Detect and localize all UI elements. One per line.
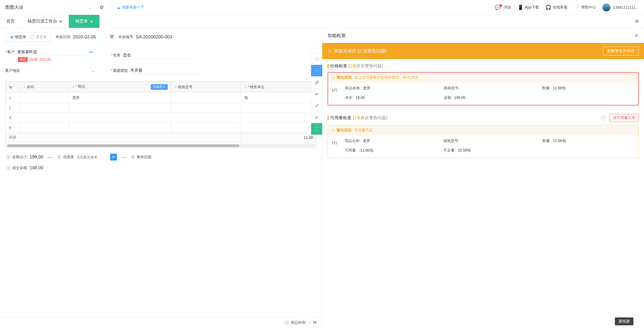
close-icon[interactable]: ✕ xyxy=(59,19,62,24)
app-download-link[interactable]: 📱 App下载 xyxy=(518,5,539,10)
radio-checked-icon xyxy=(10,35,13,39)
warehouse-input[interactable] xyxy=(123,52,192,59)
messages-link[interactable]: 💬 消息 xyxy=(495,5,511,10)
coupon-input[interactable] xyxy=(77,155,108,159)
rail-chart-icon[interactable]: 〰 xyxy=(311,65,322,77)
footer-bar: ⊙ 商品种类: 1 种 xyxy=(0,317,322,328)
rail-person-icon[interactable]: ☍ xyxy=(311,100,322,112)
order-header-row: 销货单 退货单 单据日期 📅 单据编号 SA-20200205-003 xyxy=(0,28,322,44)
avatar[interactable] xyxy=(602,3,610,11)
help-icon[interactable]: ? xyxy=(601,115,606,121)
customer-field: *客户 ••• 现结 应收: 231.00 xyxy=(5,49,95,62)
col-unit[interactable]: ⇅*销售单位 xyxy=(241,82,316,93)
warning-banner: ⚠ 单据未保存 [2 项警告问题] 忽略警告并保存 xyxy=(322,43,644,59)
invoice-field: *票据类型 xyxy=(111,67,201,74)
yen-icon: ¥ xyxy=(6,155,11,159)
settle-badge: 现结 xyxy=(18,57,28,62)
scan-input-button[interactable]: 扫码录入 xyxy=(151,84,168,90)
rail-link-icon[interactable]: 🔗 xyxy=(311,77,322,88)
refresh-icon[interactable]: ⟳ xyxy=(110,154,117,161)
trash-button[interactable]: 废纸篓 xyxy=(615,317,633,325)
sort-icon: ⇅ xyxy=(174,86,177,89)
coupon-icon: 券 xyxy=(57,155,61,159)
company-selector[interactable]: 图图大业 ⌄ xyxy=(5,4,92,10)
gear-icon: ⚙ xyxy=(9,85,12,89)
close-all-icon[interactable]: ✕ xyxy=(634,18,639,25)
avail-warning-card: ⚠警告原因:可用量不足 1行 商品名称:龙井 规格型号: 数量:11.00包 可… xyxy=(328,125,639,158)
col-barcode[interactable]: ⇅条码 xyxy=(20,82,69,93)
gear-icon[interactable]: ⚙ xyxy=(99,5,104,10)
minus-icon: — xyxy=(121,154,126,160)
calendar-icon[interactable]: 📅 xyxy=(110,35,114,39)
horizontal-scrollbar[interactable] xyxy=(6,144,316,148)
sort-icon: ⇅ xyxy=(244,86,247,89)
doc-number: SA-20200205-003 xyxy=(136,34,172,40)
order-type-radio-group: 销货单 退货单 xyxy=(5,32,51,42)
try-link[interactable]: 我要体验一下 xyxy=(122,5,144,10)
table-settings-header[interactable]: ⚙ xyxy=(6,82,20,93)
col-spec[interactable]: ⇅规格型号 xyxy=(171,82,241,93)
online-service-link[interactable]: 🎧 在线客服 xyxy=(545,5,568,10)
subtotal-row: 小计11.00 xyxy=(6,132,316,143)
sort-icon: ⇅ xyxy=(72,85,75,88)
warehouse-field: *仓库 xyxy=(111,49,201,62)
close-icon[interactable]: ✕ xyxy=(634,32,639,39)
section-bar-icon xyxy=(328,116,329,120)
notification-dot xyxy=(500,4,502,7)
tabs-bar: 首页 钱货日清工作台 ✕ 销货单 ✕ ✕ xyxy=(0,15,644,28)
chevron-down-icon: ⌄ xyxy=(88,5,92,10)
price-warning-card: ⚠警告原因:你上次与该客户交易价格21，本次18元 1行 商品名称:龙井 规格型… xyxy=(328,72,639,105)
minus-icon: — xyxy=(48,154,53,160)
table-row[interactable]: 2 xyxy=(6,103,316,113)
table-row[interactable]: 3 xyxy=(6,113,316,123)
ignore-save-button[interactable]: 忽略警告并保存 xyxy=(603,47,639,55)
kinds-icon: ⊙ xyxy=(284,321,289,325)
radio-sale[interactable]: 销货单 xyxy=(10,35,26,39)
availability-check-section: 可用量检查 [1项存在警告问题] ? 按可用量出库 ⚠警告原因:可用量不足 1行… xyxy=(322,110,644,162)
table-row[interactable]: 1龙井包 xyxy=(6,93,316,103)
price-check-section: 价格检查 [1项存在警告问题] ⚠警告原因:你上次与该客户交易价格21，本次18… xyxy=(322,59,644,110)
chevron-down-icon[interactable]: ⌄ xyxy=(92,69,95,73)
more-icon[interactable]: ••• xyxy=(89,50,93,54)
table-row[interactable]: 4 xyxy=(6,123,316,132)
discount-icon: 折 xyxy=(131,155,135,159)
tab-home[interactable]: 首页 xyxy=(0,15,21,28)
rail-exchange-icon[interactable]: ⇄ xyxy=(311,88,322,100)
warning-icon: ⚠ xyxy=(328,48,332,54)
detect-panel: 智能检测 ✕ ⚠ 单据未保存 [2 项警告问题] 忽略警告并保存 价格检查 [1… xyxy=(322,28,644,328)
form-grid: *客户 ••• 现结 应收: 231.00 *仓库 客户地址 xyxy=(0,44,322,81)
phone-icon: 📱 xyxy=(518,5,523,10)
doc-date-input[interactable] xyxy=(73,34,107,40)
help-icon: ❔ xyxy=(574,5,580,10)
detect-header: 智能检测 ✕ xyxy=(322,28,644,43)
sort-icon: ⇅ xyxy=(23,86,26,89)
section-bar-icon xyxy=(328,64,329,68)
headset-icon: 🎧 xyxy=(545,5,551,10)
tab-sales-order[interactable]: 销货单 ✕ xyxy=(69,15,99,28)
close-icon[interactable]: ✕ xyxy=(90,19,93,24)
items-table: ⚙ ⇅条码 ⇅*商品 扫码录入 ⇅规格型号 ⇅*销售单位 1龙井包 2 3 4 … xyxy=(5,81,317,149)
customer-input[interactable] xyxy=(17,49,86,56)
col-product[interactable]: ⇅*商品 扫码录入 xyxy=(69,82,171,93)
help-center-link[interactable]: ❔ 帮助中心 xyxy=(574,5,596,10)
left-panel: 销货单 退货单 单据日期 📅 单据编号 SA-20200205-003 xyxy=(0,28,322,328)
tab-workbench[interactable]: 钱货日清工作台 ✕ xyxy=(21,15,69,28)
main-layout: 销货单 退货单 单据日期 📅 单据编号 SA-20200205-003 xyxy=(0,28,644,328)
warning-icon: ⚠ xyxy=(332,76,335,80)
doc-date-field: 单据日期 📅 xyxy=(56,34,114,40)
totals-row: ¥金额合计: 198.00 — 券优惠券: ⟳ — 折整单优惠: xyxy=(0,149,322,165)
user-phone[interactable]: 13381111111... xyxy=(613,5,639,10)
cloud-icon: ☁ xyxy=(117,5,120,10)
deal-icon: ✦ xyxy=(6,166,11,170)
warning-icon: ⚠ xyxy=(332,128,335,132)
company-name: 图图大业 xyxy=(5,4,23,10)
address-field: 客户地址 ⌄ xyxy=(5,67,95,74)
side-rail: 📄 〰 🔗 ⇄ ☍ ¥ ⛶ xyxy=(311,53,322,135)
divider xyxy=(110,4,110,11)
outbound-by-avail-button[interactable]: 按可用量出库 xyxy=(610,114,639,122)
invoice-input[interactable] xyxy=(130,67,199,74)
rail-doc-icon[interactable]: 📄 xyxy=(311,53,322,65)
radio-return[interactable]: 退货单 xyxy=(30,35,47,39)
rail-yen-icon[interactable]: ¥ xyxy=(311,112,322,123)
rail-expand-icon[interactable]: ⛶ xyxy=(311,123,322,135)
